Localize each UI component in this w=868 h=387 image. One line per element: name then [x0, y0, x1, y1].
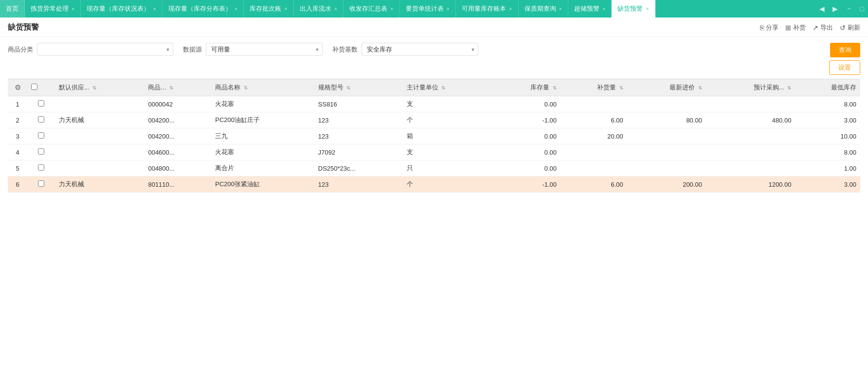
page-content: 缺货预警 ⎘ 分享 ⊞ 补货 ↗ 导出 ↺ 刷新 商品分类 — [0, 18, 868, 387]
category-select[interactable] — [37, 43, 173, 56]
row-checkbox-1[interactable] — [38, 116, 44, 123]
sort-price-icon[interactable]: ⇅ — [698, 85, 702, 90]
th-product-name: 商品名称 ⇅ — [211, 79, 314, 96]
tab-available[interactable]: 可用量库存账本 × — [456, 0, 518, 18]
table-body: 1 0000042 火花塞 SS816 支 0.00 8.00 2 力天机械 0… — [8, 96, 860, 193]
replenish-button[interactable]: ⊞ 补货 — [785, 23, 806, 32]
query-button[interactable]: 查询 — [830, 43, 860, 57]
th-latest-price: 最新进价 ⇅ — [627, 79, 706, 96]
page-header: 缺货预警 ⎘ 分享 ⊞ 补货 ↗ 导出 ↺ 刷新 — [0, 18, 868, 37]
tab-close-expiry[interactable]: × — [559, 6, 562, 12]
sort-replenish-icon[interactable]: ⇅ — [619, 85, 623, 90]
td-spec: 123 — [314, 112, 403, 128]
td-spec: DS250*23c... — [314, 160, 403, 176]
th-stock: 库存量 ⇅ — [494, 79, 561, 96]
tab-collect[interactable]: 收发存汇总表 × — [344, 0, 399, 18]
tab-scroll-prev[interactable]: ◀ — [815, 5, 829, 13]
sort-supplier-icon[interactable]: ⇅ — [92, 85, 96, 90]
row-checkbox-3[interactable] — [38, 148, 44, 155]
th-unit: 主计量单位 ⇅ — [403, 79, 494, 96]
tab-close-demand[interactable]: × — [447, 6, 450, 12]
tab-close-collect[interactable]: × — [390, 6, 393, 12]
td-checkbox[interactable] — [27, 144, 55, 160]
td-row-no: 1 — [8, 96, 27, 112]
refresh-button[interactable]: ↺ 刷新 — [840, 23, 860, 32]
tab-expiry[interactable]: 保质期查询 × — [519, 0, 568, 18]
td-spec: 123 — [314, 128, 403, 144]
tab-inventory-status[interactable]: 现存量（库存状况表） × — [81, 0, 162, 18]
td-supplier: 力天机械 — [55, 176, 145, 193]
select-all-checkbox[interactable] — [31, 84, 37, 90]
tab-close-abnormal[interactable]: × — [72, 6, 74, 12]
td-checkbox[interactable] — [27, 160, 55, 176]
td-replenish — [561, 144, 627, 160]
setting-button[interactable]: 设置 — [829, 60, 860, 75]
tab-close-available[interactable]: × — [509, 6, 512, 12]
tab-close-inventory-dist[interactable]: × — [235, 6, 237, 12]
td-latest-price — [627, 128, 706, 144]
td-unit: 箱 — [403, 128, 494, 144]
th-min-stock: 最低库存 — [795, 79, 860, 96]
tab-close-shortage[interactable]: × — [646, 6, 649, 12]
sort-unit-icon[interactable]: ⇅ — [441, 85, 445, 90]
td-row-no: 6 — [8, 176, 27, 193]
row-checkbox-4[interactable] — [38, 164, 44, 171]
tab-abnormal[interactable]: 拣货异常处理 × — [25, 0, 81, 18]
td-supplier — [55, 128, 145, 144]
td-checkbox[interactable] — [27, 96, 55, 112]
td-estimated-purchase — [706, 144, 796, 160]
td-checkbox[interactable] — [27, 176, 55, 193]
tab-close-batch[interactable]: × — [284, 6, 287, 12]
sort-stock-icon[interactable]: ⇅ — [553, 85, 557, 90]
td-checkbox[interactable] — [27, 112, 55, 128]
export-button[interactable]: ↗ 导出 — [813, 23, 833, 32]
replenish-base-label: 补货基数 — [332, 45, 358, 54]
tab-shortage[interactable]: 缺货预警 × — [612, 0, 655, 18]
column-settings-icon[interactable]: ⚙ — [15, 83, 21, 92]
replenish-base-select[interactable]: 安全库存 — [362, 43, 478, 56]
tab-batch[interactable]: 库存批次账 × — [244, 0, 293, 18]
tab-home[interactable]: 首页 — [0, 0, 25, 18]
tab-overstock[interactable]: 超储预警 × — [568, 0, 612, 18]
row-checkbox-0[interactable] — [38, 100, 44, 106]
window-maximize[interactable]: □ — [856, 5, 868, 13]
td-stock: 0.00 — [494, 160, 561, 176]
td-product-code: 004600... — [144, 144, 211, 160]
td-product-name: 离合片 — [211, 160, 314, 176]
td-min-stock: 10.00 — [795, 128, 860, 144]
sort-name-icon[interactable]: ⇅ — [244, 85, 248, 90]
td-replenish — [561, 96, 627, 112]
sort-code-icon[interactable]: ⇅ — [169, 85, 173, 90]
data-table: ⚙ 默认供应... ⇅ 商品... ⇅ 商品名称 ⇅ — [8, 79, 860, 193]
tab-inventory-dist[interactable]: 现存量（库存分布表） × — [163, 0, 244, 18]
datasource-select[interactable]: 可用量 — [206, 43, 323, 56]
tab-nav-buttons: ◀ ▶ － □ — [815, 4, 868, 13]
category-filter-group: 商品分类 — [8, 43, 173, 56]
window-minimize[interactable]: － — [842, 4, 856, 13]
td-estimated-purchase — [706, 128, 796, 144]
tab-close-inout[interactable]: × — [334, 6, 337, 12]
sort-spec-icon[interactable]: ⇅ — [346, 85, 350, 90]
datasource-select-wrapper: 可用量 — [206, 43, 323, 56]
td-unit: 只 — [403, 160, 494, 176]
td-stock: 0.00 — [494, 96, 561, 112]
share-button[interactable]: ⎘ 分享 — [760, 23, 778, 32]
tab-scroll-next[interactable]: ▶ — [829, 5, 842, 13]
td-latest-price — [627, 144, 706, 160]
replenish-base-select-wrapper: 安全库存 — [362, 43, 478, 56]
td-supplier — [55, 96, 145, 112]
sort-est-icon[interactable]: ⇅ — [787, 85, 791, 90]
td-unit: 个 — [403, 176, 494, 193]
row-checkbox-5[interactable] — [38, 180, 44, 187]
td-latest-price: 80.00 — [627, 112, 706, 128]
tab-inout[interactable]: 出入库流水 × — [294, 0, 344, 18]
td-stock: -1.00 — [494, 112, 561, 128]
tab-bar: 首页 拣货异常处理 × 现存量（库存状况表） × 现存量（库存分布表） × 库存… — [0, 0, 868, 18]
td-checkbox[interactable] — [27, 128, 55, 144]
tab-demand[interactable]: 要货单统计表 × — [400, 0, 456, 18]
header-actions: ⎘ 分享 ⊞ 补货 ↗ 导出 ↺ 刷新 — [760, 23, 860, 32]
row-checkbox-2[interactable] — [38, 132, 44, 139]
tab-close-inventory-status[interactable]: × — [153, 6, 156, 12]
tab-close-overstock[interactable]: × — [602, 6, 605, 12]
td-replenish — [561, 160, 627, 176]
